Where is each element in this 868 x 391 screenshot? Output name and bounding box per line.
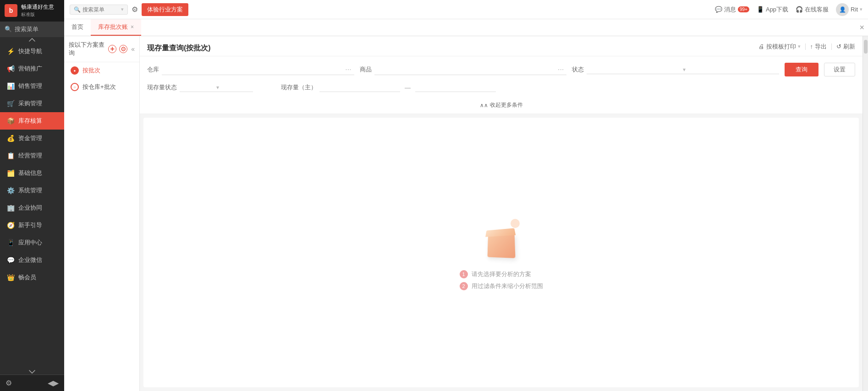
tip2-number: 2 — [460, 282, 468, 290]
print-button[interactable]: 🖨 按模板打印 ▾ — [758, 43, 801, 51]
collapse-chevron-icon: ∧∧ — [480, 102, 488, 109]
product-dots-icon[interactable]: ··· — [557, 65, 565, 74]
user-name: Rit — [851, 6, 858, 13]
scheme-item-batch[interactable]: ● 按批次 — [64, 62, 139, 79]
export-button[interactable]: ↑ 导出 — [810, 43, 827, 51]
sidebar-item-enterprise[interactable]: 🏢 企业协同 — [0, 199, 64, 217]
user-avatar: 👤 — [836, 3, 849, 16]
scheme-add-icon[interactable]: + — [108, 45, 116, 53]
sidebar-item-newuser[interactable]: 🧭 新手引导 — [0, 217, 64, 234]
sidebar-item-label: 企业微信 — [18, 256, 42, 264]
empty-state: 1 请先选择要分析的方案 2 用过滤条件来缩小分析范围 — [143, 118, 859, 387]
filter-row-1: 仓库 ··· 商品 ··· 状态 — [147, 63, 855, 76]
product-input-wrap: ··· — [374, 65, 567, 75]
scheme-settings-icon[interactable]: ⚙ — [119, 45, 127, 53]
app-logo: b — [5, 4, 17, 17]
main-area: 🔍 ▾ ⚙ 体验行业方案 💬 消息 99+ 📱 App下载 🎧 在线客服 — [64, 0, 868, 391]
messages-item[interactable]: 💬 消息 99+ — [715, 5, 749, 14]
scheme-list: ● 按批次 ○ 按仓库+批次 — [64, 62, 139, 391]
sidebar-item-appcenter[interactable]: 📱 应用中心 — [0, 234, 64, 251]
finance-icon: 💰 — [6, 134, 15, 142]
scheme-item-label: 按仓库+批次 — [82, 83, 116, 91]
company-name: 畅康通好生意 — [21, 4, 54, 11]
product-label: 商品 — [360, 65, 372, 74]
topbar-search-input[interactable] — [82, 6, 119, 13]
sidebar-item-purchase[interactable]: 🛒 采购管理 — [0, 95, 64, 112]
sidebar-settings-icon[interactable]: ⚙ — [5, 379, 12, 387]
scroll-down-button[interactable] — [0, 369, 64, 375]
inventory-status-label: 现存量状态 — [147, 83, 177, 92]
topbar-search-box[interactable]: 🔍 ▾ — [70, 5, 128, 15]
settings-button[interactable]: 设置 — [824, 63, 855, 76]
divider-1 — [805, 43, 806, 50]
sidebar-item-marketing[interactable]: 📢 营销推广 — [0, 60, 64, 77]
sidebar-item-basic[interactable]: 🗂️ 基础信息 — [0, 164, 64, 182]
sidebar-item-label: 快捷导航 — [18, 47, 42, 55]
right-scroll-panel[interactable] — [863, 36, 868, 391]
product-input[interactable] — [376, 66, 557, 73]
warehouse-dots-icon[interactable]: ··· — [344, 65, 352, 74]
sidebar-item-inventory[interactable]: 📦 库存核算 — [0, 112, 64, 130]
warehouse-input-wrap: ··· — [162, 65, 354, 75]
user-item[interactable]: 👤 Rit ▾ — [836, 3, 863, 16]
inventory-status-dropdown-icon: ▾ — [216, 84, 250, 91]
filter-warehouse: 仓库 ··· — [147, 65, 354, 75]
panel-close-button[interactable]: × — [859, 23, 864, 33]
status-select[interactable]: ▾ — [587, 65, 779, 74]
enterprise-icon: 🏢 — [6, 204, 15, 212]
newuser-icon: 🧭 — [6, 221, 15, 229]
tab-batch-inventory[interactable]: 库存批次账 × — [91, 19, 141, 36]
scheme-panel-title: 按以下方案查询 — [69, 41, 108, 57]
scheme-item-warehouse-batch[interactable]: ○ 按仓库+批次 — [64, 79, 139, 95]
topbar-settings-icon[interactable]: ⚙ — [132, 5, 138, 14]
system-icon: ⚙️ — [6, 186, 15, 195]
empty-illustration — [478, 215, 524, 261]
search-icon: 🔍 — [5, 26, 12, 33]
online-service-label: 在线客服 — [805, 5, 829, 14]
sidebar-item-finance[interactable]: 💰 资金管理 — [0, 130, 64, 147]
inventory-status-select[interactable]: ▾ — [180, 83, 253, 92]
tab-close-icon[interactable]: × — [131, 24, 134, 30]
inventory-qty-to-input[interactable] — [417, 84, 494, 91]
scheme-item-label: 按批次 — [82, 66, 100, 75]
sidebar-item-label: 基础信息 — [18, 169, 42, 177]
refresh-button[interactable]: ↺ 刷新 — [836, 43, 855, 51]
messages-label: 消息 — [724, 5, 736, 14]
refresh-label: 刷新 — [843, 43, 855, 51]
sidebar-item-label: 资金管理 — [18, 134, 42, 142]
app-download-icon: 📱 — [757, 6, 764, 13]
sidebar-search[interactable]: 🔍 搜索菜单 — [0, 22, 64, 37]
experience-button[interactable]: 体验行业方案 — [142, 3, 188, 16]
service-icon: 🎧 — [796, 6, 803, 13]
sidebar-item-shortcut[interactable]: ⚡ 快捷导航 — [0, 43, 64, 60]
filter-inventory-status: 现存量状态 ▾ — [147, 83, 275, 92]
warehouse-input[interactable] — [164, 66, 344, 73]
collapse-more-button[interactable]: ∧∧ 收起更多条件 — [147, 98, 855, 114]
tip2-text: 用过滤条件来缩小分析范围 — [472, 282, 543, 290]
filter-inventory-qty: 现存量（主） — — [281, 83, 496, 92]
app-download-item[interactable]: 📱 App下载 — [757, 5, 788, 14]
online-service-item[interactable]: 🎧 在线客服 — [796, 5, 829, 14]
scroll-up-button[interactable] — [0, 37, 64, 43]
sidebar-nav: ⚡ 快捷导航 📢 营销推广 📊 销售管理 🛒 采购管理 📦 库存核算 💰 资金管… — [0, 43, 64, 369]
query-button[interactable]: 查询 — [785, 63, 819, 76]
sidebar-item-label: 采购管理 — [18, 99, 42, 108]
messages-icon: 💬 — [715, 6, 722, 13]
sidebar-item-member[interactable]: 👑 畅会员 — [0, 269, 64, 286]
tab-batch-inventory-label: 库存批次账 — [98, 23, 128, 31]
sidebar-item-system[interactable]: ⚙️ 系统管理 — [0, 182, 64, 199]
scheme-collapse-icon[interactable]: « — [131, 45, 135, 53]
topbar-search-dropdown-icon[interactable]: ▾ — [121, 6, 124, 12]
tab-home[interactable]: 首页 — [64, 19, 91, 36]
sidebar-footer: ⚙ ◀▶ — [0, 375, 64, 391]
marketing-icon: 📢 — [6, 65, 15, 73]
export-label: 导出 — [815, 43, 827, 51]
sidebar-collapse-icon[interactable]: ◀▶ — [48, 379, 59, 387]
sidebar-item-wechat[interactable]: 💬 企业微信 — [0, 251, 64, 269]
page-header: 现存量查询(按批次) 🖨 按模板打印 ▾ ↑ 导出 ↺ 刷 — [140, 36, 863, 56]
inventory-qty-from-input[interactable] — [321, 84, 398, 91]
refresh-icon: ↺ — [836, 43, 841, 50]
sidebar-item-operations[interactable]: 📋 经营管理 — [0, 147, 64, 164]
purchase-icon: 🛒 — [6, 99, 15, 108]
sidebar-item-sales[interactable]: 📊 销售管理 — [0, 77, 64, 95]
